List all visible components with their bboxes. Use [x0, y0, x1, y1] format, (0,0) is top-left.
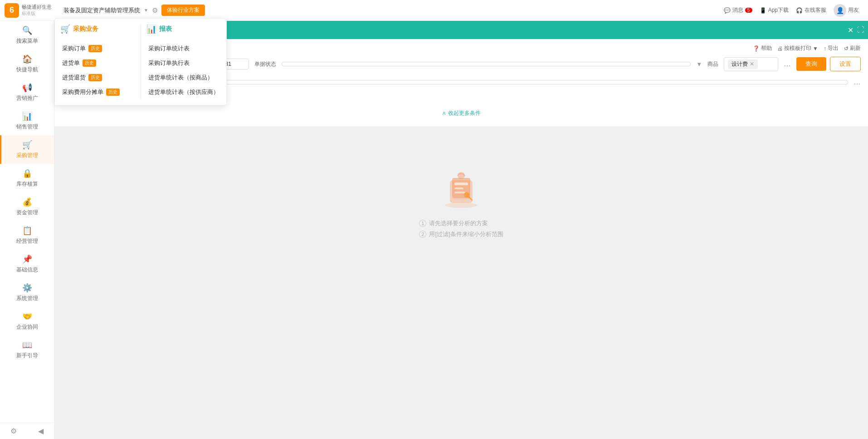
history-badge-0: 历史: [88, 45, 102, 52]
sidebar-item-label: 搜索菜单: [16, 37, 38, 45]
tip-num-1: 1: [419, 220, 426, 227]
goods-input[interactable]: 设计费 ✕: [724, 57, 778, 71]
report-col-icon: 📊: [146, 24, 156, 34]
print-dropdown-icon: ▼: [813, 45, 818, 52]
sidebar-item-purchase[interactable]: 🛒 采购管理: [0, 135, 54, 164]
user-label: 用友: [848, 6, 859, 14]
purchase-dropdown-menu: 🛒 采购业务 采购订单 历史 进货单 历史 进货退货 历史 采购费用分摊单: [54, 21, 227, 105]
history-badge-2: 历史: [88, 74, 102, 81]
active-indicator: [0, 135, 1, 164]
sidebar-item-basic[interactable]: 📌 基础信息: [0, 250, 54, 278]
goods-tag-close[interactable]: ✕: [750, 61, 754, 67]
incoming-label: 进货单: [62, 59, 80, 67]
collapse-text: 收起更多条件: [448, 110, 481, 116]
search-icon: 🔍: [22, 25, 32, 35]
online-service-action[interactable]: 🎧 在线客服: [796, 6, 826, 14]
dropdown-item-incoming-goods[interactable]: 进货单统计表（按商品）: [146, 70, 221, 85]
dropdown-item-order-stats[interactable]: 采购订单统计表: [146, 41, 221, 56]
system-title: 装备及固定资产辅助管理系统: [63, 6, 140, 15]
finance-icon: 💰: [22, 197, 32, 207]
history-badge-3: 历史: [106, 89, 120, 96]
refresh-button[interactable]: ↺ 刷新: [844, 44, 861, 52]
operation-icon: 📋: [22, 226, 32, 236]
voucher-status-input[interactable]: [282, 62, 691, 66]
sidebar-item-marketing[interactable]: 📢 营销推广: [0, 78, 54, 107]
sidebar-item-label: 销售管理: [16, 123, 38, 131]
tab-expand-icon[interactable]: ⛶: [857, 26, 864, 34]
app-download-action[interactable]: 📱 App下载: [760, 6, 789, 14]
sidebar-item-finance[interactable]: 💰 资金管理: [0, 192, 54, 221]
tab-bar-right: ✕ ⛶: [848, 26, 868, 35]
gear-icon[interactable]: ⚙: [152, 6, 158, 15]
refresh-icon: ↺: [844, 45, 848, 52]
settings-bottom-icon[interactable]: ⚙: [10, 427, 17, 435]
incoming-supplier-label: 进货单统计表（按供应商）: [148, 88, 219, 96]
sidebar-item-search[interactable]: 🔍 搜索菜单: [0, 21, 54, 49]
content-area: 首页 销售排行榜 ✕ ✕ ⛶ ❓ 帮助: [54, 21, 868, 439]
collapse-btn[interactable]: ∧ 收起更多条件: [62, 106, 861, 121]
user-action[interactable]: 👤 用友: [834, 4, 859, 17]
sidebar-item-label: 基础信息: [16, 266, 38, 274]
order-stats-label: 采购订单统计表: [148, 44, 190, 53]
history-badge-1: 历史: [83, 59, 96, 67]
empty-tips: 1 请先选择要分析的方案 2 用[过滤]条件来缩小分析范围: [419, 219, 503, 238]
purchase-order-label: 采购订单: [62, 44, 86, 53]
sidebar-item-enterprise[interactable]: 🤝 企业协同: [0, 307, 54, 335]
dropdown-item-expense[interactable]: 采购费用分摊单 历史: [60, 85, 135, 99]
svg-rect-5: [454, 192, 465, 193]
system-dropdown-arrow[interactable]: ▼: [144, 8, 148, 13]
tab-close-all-icon[interactable]: ✕: [848, 26, 853, 35]
voucher-status-dropdown[interactable]: ▼: [696, 61, 702, 68]
help-icon: ❓: [753, 45, 760, 52]
dropdown-item-purchase-order[interactable]: 采购订单 历史: [60, 41, 135, 56]
sidebar-item-inventory[interactable]: 🔒 库存核算: [0, 164, 54, 192]
svg-point-0: [445, 202, 477, 208]
home-icon: 🏠: [22, 54, 32, 64]
goods-more-btn[interactable]: …: [784, 60, 791, 68]
basic-icon: 📌: [22, 254, 32, 264]
empty-tip-1: 1 请先选择要分析的方案: [419, 219, 503, 227]
tip-text-2: 用[过滤]条件来缩小分析范围: [429, 230, 503, 238]
message-icon: 💬: [724, 7, 731, 14]
header-right: 💬 消息 5 📱 App下载 🎧 在线客服 👤 用友: [724, 4, 863, 17]
salesperson-more-btn[interactable]: …: [853, 78, 861, 86]
query-button[interactable]: 查询: [796, 57, 826, 71]
industry-button[interactable]: 体验行业方案: [161, 5, 205, 16]
system-icon: ⚙️: [22, 283, 32, 293]
sidebar-item-operation[interactable]: 📋 经营管理: [0, 221, 54, 250]
sales-icon: 📊: [22, 111, 32, 121]
sidebar-item-quick-nav[interactable]: 🏠 快捷导航: [0, 49, 54, 78]
collapse-icon[interactable]: ◀: [38, 427, 44, 435]
main-layout: 🔍 搜索菜单 🏠 快捷导航 📢 营销推广 📊 销售管理 🛒 采购管理 🔒 库存核…: [0, 21, 868, 439]
sidebar-item-system[interactable]: ⚙️ 系统管理: [0, 278, 54, 307]
enterprise-icon: 🤝: [22, 311, 32, 321]
dropdown-item-incoming[interactable]: 进货单 历史: [60, 56, 135, 70]
export-icon: ↑: [824, 45, 826, 52]
purchase-col-title: 🛒 采购业务: [60, 24, 135, 37]
sidebar-item-sales[interactable]: 📊 销售管理: [0, 107, 54, 135]
message-label: 消息: [732, 6, 743, 14]
logo-area: 6 畅捷通好生意 标准版: [5, 3, 59, 18]
help-button[interactable]: ❓ 帮助: [753, 44, 772, 52]
message-badge: 5: [745, 8, 752, 13]
order-exec-label: 采购订单执行表: [148, 59, 190, 67]
salesperson-input[interactable]: [169, 80, 848, 84]
purchase-col-icon: 🛒: [60, 24, 70, 34]
logo-icon: 6: [5, 3, 19, 18]
app-download-label: App下载: [768, 6, 789, 14]
dropdown-item-return[interactable]: 进货退货 历史: [60, 70, 135, 85]
goods-tag: 设计费 ✕: [728, 59, 758, 69]
export-button[interactable]: ↑ 导出: [824, 44, 839, 52]
sidebar-item-label: 库存核算: [16, 180, 38, 188]
dropdown-item-order-exec[interactable]: 采购订单执行表: [146, 56, 221, 70]
message-action[interactable]: 💬 消息 5: [724, 6, 752, 14]
report-col-title: 📊 报表: [146, 24, 221, 37]
header-center: 装备及固定资产辅助管理系统 ▼ ⚙ 体验行业方案: [59, 5, 724, 16]
set-button[interactable]: 设置: [830, 57, 861, 71]
print-button[interactable]: 🖨 按模板打印 ▼: [777, 44, 818, 52]
dropdown-item-incoming-supplier[interactable]: 进货单统计表（按供应商）: [146, 85, 221, 99]
tip-text-1: 请先选择要分析的方案: [429, 219, 488, 227]
sidebar-item-guide[interactable]: 📖 新手引导: [0, 335, 54, 364]
phone-icon: 📱: [760, 7, 766, 14]
sidebar-item-label: 新手引导: [16, 352, 38, 360]
